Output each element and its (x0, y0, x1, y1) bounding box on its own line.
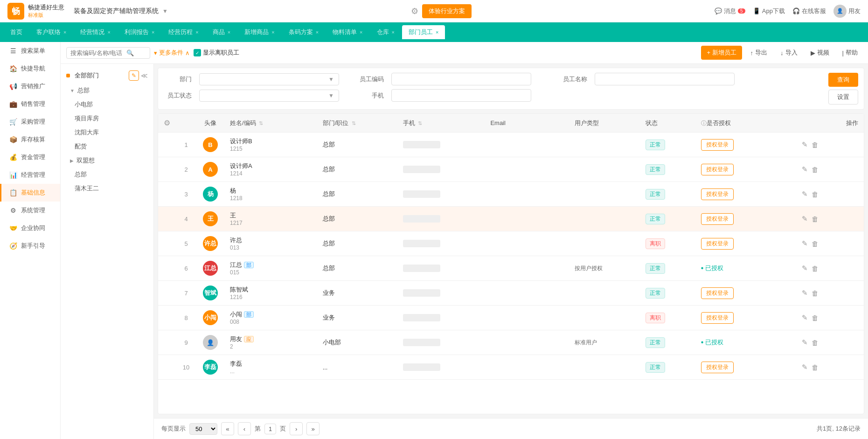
delete-icon[interactable]: 🗑 (812, 314, 819, 322)
help-button[interactable]: | 帮助 (838, 46, 862, 59)
tab-customer[interactable]: 客户联络 × (30, 25, 73, 39)
sidebar-item-enterprise[interactable]: 🤝 企业协同 (0, 219, 60, 237)
tab-operations-close[interactable]: × (107, 29, 110, 35)
search-input[interactable] (70, 49, 126, 56)
next-page-button[interactable]: › (290, 422, 303, 435)
tab-employees[interactable]: 部门员工 × (402, 25, 445, 39)
dept-node-shenyang[interactable]: 沈阳大库 (61, 125, 153, 139)
trial-button[interactable]: 体验行业方案 (422, 4, 472, 18)
edit-icon[interactable]: ✎ (802, 239, 808, 248)
auth-login-button[interactable]: 授权登录 (701, 188, 734, 200)
edit-icon[interactable]: ✎ (802, 314, 808, 322)
delete-icon[interactable]: 🗑 (812, 166, 819, 174)
sidebar-item-sales[interactable]: 💼 销售管理 (0, 95, 60, 113)
table-settings-icon[interactable]: ⚙ (164, 119, 170, 127)
gear-icon[interactable]: ⚙ (411, 6, 418, 16)
tab-warehouse[interactable]: 仓库 × (370, 25, 401, 39)
dept-filter-select[interactable]: ▼ (199, 73, 339, 85)
auth-login-button[interactable]: 授权登录 (701, 164, 734, 175)
sidebar-item-operations[interactable]: 📊 经营管理 (0, 166, 60, 184)
auth-login-button[interactable]: 授权登录 (701, 213, 734, 225)
last-page-button[interactable]: » (306, 422, 319, 435)
tab-customer-close[interactable]: × (63, 29, 66, 35)
edit-icon[interactable]: ✎ (802, 140, 808, 149)
tab-profit-close[interactable]: × (152, 29, 154, 35)
sidebar-item-finance[interactable]: 💰 资金管理 (0, 148, 60, 166)
view-button[interactable]: ▶ 视频 (806, 46, 834, 59)
phone-input[interactable] (391, 89, 531, 102)
tab-barcode-close[interactable]: × (316, 29, 319, 35)
auth-login-button[interactable]: 授权登录 (701, 362, 734, 373)
delete-icon[interactable]: 🗑 (812, 289, 819, 297)
dept-collapse-button[interactable]: ≪ (141, 72, 148, 79)
dept-edit-button[interactable]: ✎ (129, 70, 139, 81)
edit-icon[interactable]: ✎ (802, 190, 808, 198)
online-service-btn[interactable]: 🎧 在线客服 (792, 7, 826, 15)
message-btn[interactable]: 💬 消息 5 (715, 7, 745, 15)
auth-login-button[interactable]: 授权登录 (701, 287, 734, 299)
sidebar-item-search[interactable]: ☰ 搜索菜单 (0, 42, 60, 60)
prev-page-button[interactable]: ‹ (238, 422, 251, 435)
tab-add-goods[interactable]: 新增商品 × (238, 25, 281, 39)
tab-home[interactable]: 首页 (4, 25, 29, 39)
edit-icon[interactable]: ✎ (802, 264, 808, 272)
auth-login-button[interactable]: 授权登录 (701, 312, 734, 324)
import-button[interactable]: ↓ 导入 (776, 46, 802, 59)
emp-name-input[interactable] (595, 73, 735, 85)
edit-icon[interactable]: ✎ (802, 215, 808, 223)
emp-code-input[interactable] (391, 73, 531, 85)
sidebar-item-purchase[interactable]: 🛒 采购管理 (0, 113, 60, 131)
dept-node-shuangmeng[interactable]: ▶ 双盟想 (61, 153, 153, 167)
dept-node-zonbu[interactable]: ▼ 总部 (61, 84, 153, 98)
first-page-button[interactable]: « (221, 422, 234, 435)
delete-icon[interactable]: 🗑 (812, 339, 819, 347)
tab-warehouse-close[interactable]: × (392, 29, 395, 35)
sidebar-item-system[interactable]: ⚙ 系统管理 (0, 202, 60, 219)
delete-icon[interactable]: 🗑 (812, 265, 819, 272)
add-employee-button[interactable]: + 新增员工 (701, 46, 742, 60)
user-btn[interactable]: 👤 用友 (833, 5, 861, 18)
auth-login-button[interactable]: 授权登录 (701, 139, 734, 151)
delete-icon[interactable]: 🗑 (812, 215, 819, 223)
sidebar-item-shortcut[interactable]: 🏠 快捷导航 (0, 60, 60, 77)
export-button[interactable]: ↑ 导出 (746, 46, 772, 59)
app-download-btn[interactable]: 📱 App下载 (753, 7, 785, 15)
sidebar-item-inventory[interactable]: 📦 库存核算 (0, 131, 60, 148)
dept-node-peihuo[interactable]: 配货 (61, 139, 153, 153)
query-button[interactable]: 查询 (828, 73, 858, 87)
tab-history[interactable]: 经营历程 × (162, 25, 205, 39)
page-size-select[interactable]: 50 100 200 (189, 423, 217, 435)
tab-barcode[interactable]: 条码方案 × (282, 25, 325, 39)
sidebar-item-marketing[interactable]: 📢 营销推广 (0, 77, 60, 95)
tab-bom[interactable]: 物料清单 × (326, 25, 369, 39)
emp-status-filter-select[interactable]: ▼ (199, 90, 339, 102)
tab-goods-close[interactable]: × (228, 29, 230, 35)
dropdown-arrow-icon[interactable]: ▼ (162, 8, 168, 14)
dept-sort-icon[interactable]: ⇅ (352, 120, 356, 126)
tab-employees-close[interactable]: × (436, 29, 438, 35)
sidebar-item-basic[interactable]: 📋 基础信息 (0, 184, 60, 202)
dept-node-xiangmu[interactable]: 项目库房 (61, 111, 153, 125)
dept-node-zongbu2[interactable]: 总部 (61, 167, 153, 181)
tab-operations[interactable]: 经营情况 × (74, 25, 117, 39)
delete-icon[interactable]: 🗑 (812, 190, 819, 198)
tab-add-goods-close[interactable]: × (271, 29, 274, 35)
name-sort-icon[interactable]: ⇅ (259, 120, 263, 126)
dept-node-xiaodian[interactable]: 小电部 (61, 98, 153, 111)
tab-history-close[interactable]: × (195, 29, 198, 35)
more-conditions-btn[interactable]: ▾ 更多条件 ∧ (154, 49, 190, 57)
edit-icon[interactable]: ✎ (802, 338, 808, 347)
dept-node-pumuwang[interactable]: 蒲木王二 (61, 181, 153, 195)
tab-bom-close[interactable]: × (360, 29, 362, 35)
show-inactive-toggle[interactable]: ✓ 显示离职员工 (194, 49, 239, 57)
reset-button[interactable]: 设置 (828, 90, 858, 105)
sidebar-item-guide[interactable]: 🧭 新手引导 (0, 237, 60, 255)
phone-sort-icon[interactable]: ⇅ (418, 120, 422, 126)
delete-icon[interactable]: 🗑 (812, 141, 819, 149)
delete-icon[interactable]: 🗑 (812, 363, 819, 371)
delete-icon[interactable]: 🗑 (812, 240, 819, 248)
edit-icon[interactable]: ✎ (802, 363, 808, 371)
auth-login-button[interactable]: 授权登录 (701, 238, 734, 250)
tab-goods[interactable]: 商品 × (206, 25, 237, 39)
tab-profit[interactable]: 利润报告 × (118, 25, 161, 39)
